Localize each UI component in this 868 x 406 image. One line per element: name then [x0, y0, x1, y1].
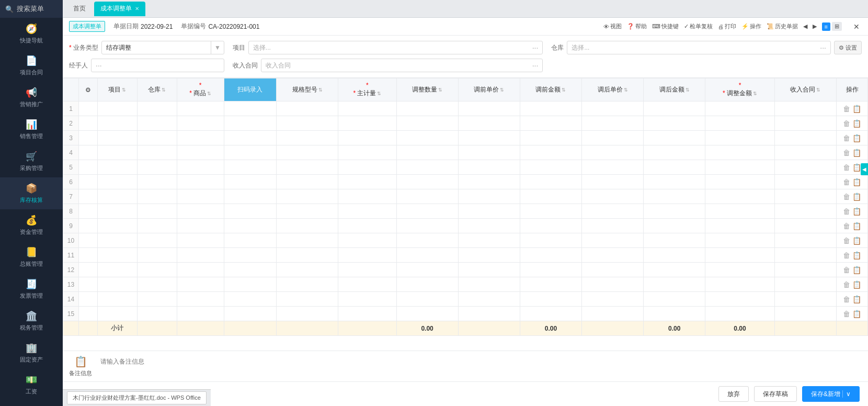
delete-icon-11[interactable]: 🗑 — [843, 251, 850, 260]
sidebar-item-invoice[interactable]: 🧾发票管理 — [0, 273, 63, 305]
cell-after_amount-4[interactable] — [644, 145, 705, 160]
right-edge-tab[interactable]: ◀ — [861, 163, 868, 175]
delete-icon-15[interactable]: 🗑 — [843, 310, 850, 318]
action-print[interactable]: 🖨 打印 — [718, 22, 736, 30]
cell-settings-2[interactable] — [79, 116, 98, 131]
handler-input[interactable]: ··· — [91, 59, 224, 72]
copy-icon-12[interactable]: 📋 — [852, 266, 861, 274]
cell-settings-12[interactable] — [79, 263, 98, 277]
tab-close-cost-adjust[interactable]: ✕ — [135, 6, 139, 12]
sort-icon-spec[interactable]: ⇅ — [318, 87, 323, 93]
cell-operations-11[interactable]: 🗑📋 — [837, 248, 868, 263]
copy-icon-8[interactable]: 📋 — [852, 207, 861, 216]
cell-product-9[interactable] — [177, 219, 224, 233]
cell-operations-9[interactable]: 🗑📋 — [837, 219, 868, 233]
cell-spec-14[interactable] — [277, 292, 338, 307]
cell-prev_amount-1[interactable] — [520, 102, 581, 116]
sidebar-item-salary[interactable]: 💵工资 — [0, 369, 63, 401]
cell-after_unit_price-10[interactable] — [582, 233, 644, 248]
cell-spec-7[interactable] — [277, 189, 338, 204]
cell-after_amount-10[interactable] — [644, 233, 705, 248]
cell-adjust_qty-2[interactable] — [396, 116, 458, 131]
cell-scan-13[interactable] — [224, 277, 277, 292]
sort-icon-adjust_amount[interactable]: ⇅ — [753, 91, 757, 96]
cell-adjust_qty-15[interactable] — [396, 307, 458, 321]
cell-settings-13[interactable] — [79, 277, 98, 292]
sidebar-item-sales[interactable]: 📊销售管理 — [0, 114, 63, 145]
cell-project-4[interactable] — [98, 145, 138, 160]
cell-warehouse-8[interactable] — [137, 204, 177, 219]
cell-scan-15[interactable] — [224, 307, 277, 321]
cell-product-8[interactable] — [177, 204, 224, 219]
cell-scan-14[interactable] — [224, 292, 277, 307]
cell-after_amount-7[interactable] — [644, 189, 705, 204]
sort-icon-after_amount[interactable]: ⇅ — [686, 87, 690, 93]
cell-after_unit_price-12[interactable] — [582, 263, 644, 277]
cell-scan-12[interactable] — [224, 263, 277, 277]
sort-icon-project[interactable]: ⇅ — [122, 87, 126, 93]
cell-warehouse-6[interactable] — [137, 175, 177, 189]
cell-operations-10[interactable]: 🗑📋 — [837, 233, 868, 248]
cell-income_contract-9[interactable] — [774, 219, 836, 233]
cell-settings-11[interactable] — [79, 248, 98, 263]
cell-project-13[interactable] — [98, 277, 138, 292]
copy-icon-11[interactable]: 📋 — [852, 251, 861, 260]
cell-operations-7[interactable]: 🗑📋 — [837, 189, 868, 204]
delete-icon-7[interactable]: 🗑 — [843, 193, 850, 201]
cell-income_contract-4[interactable] — [774, 145, 836, 160]
cell-after_amount-15[interactable] — [644, 307, 705, 321]
delete-icon-14[interactable]: 🗑 — [843, 295, 850, 303]
cell-scan-9[interactable] — [224, 219, 277, 233]
cell-project-14[interactable] — [98, 292, 138, 307]
action-check[interactable]: ✓ 检单复核 — [684, 22, 713, 30]
cell-prev_amount-12[interactable] — [520, 263, 581, 277]
cell-product-4[interactable] — [177, 145, 224, 160]
sidebar-item-finance[interactable]: 💰资金管理 — [0, 209, 63, 241]
cell-income_contract-10[interactable] — [774, 233, 836, 248]
cell-after_unit_price-6[interactable] — [582, 175, 644, 189]
cell-adjust_amount-6[interactable] — [705, 175, 774, 189]
cell-project-10[interactable] — [98, 233, 138, 248]
sort-icon-adjust_qty[interactable]: ⇅ — [438, 87, 442, 93]
copy-icon-4[interactable]: 📋 — [852, 149, 861, 157]
delete-icon-4[interactable]: 🗑 — [843, 149, 850, 157]
cell-warehouse-12[interactable] — [137, 263, 177, 277]
cell-unit-7[interactable] — [338, 189, 396, 204]
cell-operations-6[interactable]: 🗑📋 — [837, 175, 868, 189]
cell-unit-11[interactable] — [338, 248, 396, 263]
cell-income_contract-13[interactable] — [774, 277, 836, 292]
sidebar-item-tax[interactable]: 🏛️税务管理 — [0, 305, 63, 337]
cell-project-6[interactable] — [98, 175, 138, 189]
cell-adjust_amount-8[interactable] — [705, 204, 774, 219]
cell-spec-1[interactable] — [277, 102, 338, 116]
cell-after_amount-11[interactable] — [644, 248, 705, 263]
cell-unit-4[interactable] — [338, 145, 396, 160]
cell-income_contract-2[interactable] — [774, 116, 836, 131]
sidebar-item-operations[interactable]: ⚙️经营管理 — [0, 401, 63, 406]
cell-after_amount-3[interactable] — [644, 131, 705, 145]
cell-after_amount-8[interactable] — [644, 204, 705, 219]
cell-adjust_qty-4[interactable] — [396, 145, 458, 160]
cell-adjust_qty-6[interactable] — [396, 175, 458, 189]
cell-income_contract-3[interactable] — [774, 131, 836, 145]
cell-spec-9[interactable] — [277, 219, 338, 233]
cell-scan-10[interactable] — [224, 233, 277, 248]
cell-project-3[interactable] — [98, 131, 138, 145]
cell-prev_amount-10[interactable] — [520, 233, 581, 248]
delete-icon-2[interactable]: 🗑 — [843, 119, 850, 128]
cell-adjust_amount-12[interactable] — [705, 263, 774, 277]
cell-after_amount-5[interactable] — [644, 160, 705, 175]
cell-prev_amount-14[interactable] — [520, 292, 581, 307]
cell-after_amount-9[interactable] — [644, 219, 705, 233]
cell-unit-1[interactable] — [338, 102, 396, 116]
cell-adjust_qty-14[interactable] — [396, 292, 458, 307]
cell-prev_amount-9[interactable] — [520, 219, 581, 233]
cell-product-3[interactable] — [177, 131, 224, 145]
income-contract-input[interactable]: 收入合同 ··· — [261, 59, 543, 72]
cell-after_amount-14[interactable] — [644, 292, 705, 307]
delete-icon-12[interactable]: 🗑 — [843, 266, 850, 274]
cell-product-11[interactable] — [177, 248, 224, 263]
cell-adjust_amount-7[interactable] — [705, 189, 774, 204]
cell-after_unit_price-2[interactable] — [582, 116, 644, 131]
cell-adjust_amount-10[interactable] — [705, 233, 774, 248]
